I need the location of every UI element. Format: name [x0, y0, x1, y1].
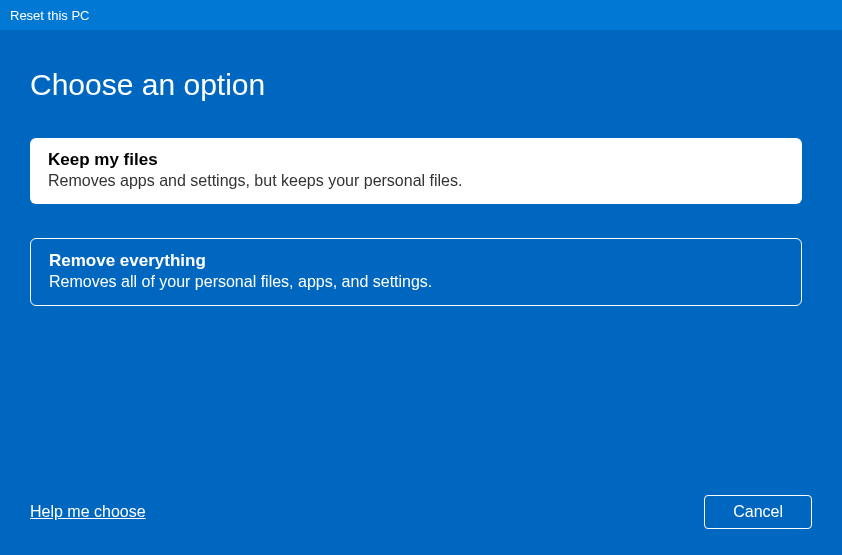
page-heading: Choose an option [30, 68, 812, 102]
window-title: Reset this PC [10, 8, 89, 23]
option-description: Removes apps and settings, but keeps you… [48, 172, 784, 190]
help-me-choose-link[interactable]: Help me choose [30, 503, 146, 521]
footer: Help me choose Cancel [30, 495, 812, 529]
option-remove-everything[interactable]: Remove everything Removes all of your pe… [30, 238, 802, 306]
option-keep-my-files[interactable]: Keep my files Removes apps and settings,… [30, 138, 802, 204]
option-title: Keep my files [48, 150, 784, 170]
option-title: Remove everything [49, 251, 783, 271]
content-area: Choose an option Keep my files Removes a… [0, 30, 842, 306]
titlebar: Reset this PC [0, 0, 842, 30]
option-description: Removes all of your personal files, apps… [49, 273, 783, 291]
cancel-button[interactable]: Cancel [704, 495, 812, 529]
